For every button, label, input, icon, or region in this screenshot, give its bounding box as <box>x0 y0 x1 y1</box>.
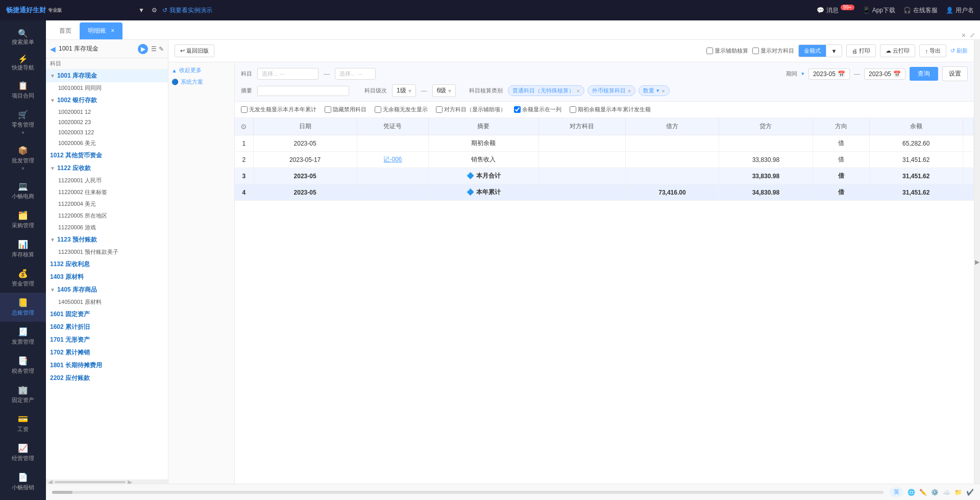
bottom-icon-2[interactable]: ✏️ <box>919 489 927 496</box>
tree-item-1601[interactable]: 1601 固定资产 <box>46 308 168 321</box>
tree-scroll-thumb[interactable] <box>55 481 126 483</box>
show-opposite-checkbox[interactable]: 显示对方科目 <box>752 47 794 55</box>
calc-tag-ordinary-close[interactable]: × <box>576 88 579 94</box>
sidebar-item-retail[interactable]: 🛒 零售管理 ▼ <box>0 105 46 140</box>
period-dropdown[interactable]: ▾ <box>801 70 804 77</box>
tree-item-14050001[interactable]: 14050001 原材料 <box>46 296 168 308</box>
bottom-icon-4[interactable]: ☁️ <box>943 489 950 496</box>
window-expand-btn[interactable]: ⤢ <box>970 32 975 39</box>
period-from-input[interactable]: 2023-05 📅 <box>808 68 850 80</box>
sidebar-item-ecommerce[interactable]: 💻 小畅电商 <box>0 176 46 205</box>
user-avatar[interactable]: 👤 用户名 <box>946 6 974 15</box>
settings-icon[interactable]: ⚙ <box>152 7 157 14</box>
row-voucher-2[interactable]: 记-006 <box>357 152 429 168</box>
tree-item-11220002[interactable]: 11220002 往来标签 <box>46 186 168 198</box>
title-dropdown[interactable]: ▼ <box>138 7 144 14</box>
tree-item-2202[interactable]: 2202 应付账款 <box>46 372 168 385</box>
sidebar-item-search[interactable]: 🔍 搜索菜单 <box>0 25 46 50</box>
tree-item-1002[interactable]: ▼ 1002 银行存款 <box>46 94 168 107</box>
tree-item-1405[interactable]: ▼ 1405 库存商品 <box>46 283 168 296</box>
bottom-icon-1[interactable]: 🌐 <box>908 489 915 496</box>
cb-balance-col-input[interactable] <box>514 106 521 113</box>
setting-btn[interactable]: 设置 <box>942 66 968 81</box>
sidebar-item-salary[interactable]: 💳 工资 <box>0 409 46 438</box>
level-from-select[interactable]: 1级 ▾ <box>392 84 416 97</box>
cb-no-balance[interactable]: 无发生额显示本月本年累计 <box>241 106 316 113</box>
cb-opposite-input[interactable] <box>436 106 443 113</box>
sidebar-item-ledger[interactable]: 📒 总账管理 <box>0 293 46 322</box>
collapse-btn[interactable]: ▲ 收起更多 <box>172 66 231 74</box>
bottom-scrollbar[interactable] <box>52 491 884 494</box>
calc-tag-foreign[interactable]: 外币核算科目 × <box>587 85 635 96</box>
cb-opposite[interactable]: 对方科目（显示辅助项） <box>436 106 506 113</box>
bottom-icon-3[interactable]: ⚙️ <box>931 489 939 496</box>
tab-home[interactable]: 首页 <box>51 22 80 39</box>
tree-item-10020002[interactable]: 10020002 23 <box>46 117 168 127</box>
tree-item-1132[interactable]: 1132 应收利息 <box>46 258 168 271</box>
title-input[interactable] <box>67 7 133 14</box>
cb-no-balance2-input[interactable] <box>375 106 381 113</box>
cb-hide-disabled[interactable]: 隐藏禁用科目 <box>325 106 366 113</box>
calc-tag-foreign-close[interactable]: × <box>628 88 631 94</box>
tree-item-11220006[interactable]: 11220006 游戏 <box>46 222 168 233</box>
level-to-select[interactable]: 6级 ▾ <box>432 84 456 97</box>
cb-initial-input[interactable] <box>570 106 576 113</box>
cb-balance-col[interactable]: 余额显示在一列 <box>514 106 561 113</box>
calc-tag-quantity[interactable]: 数量 ▾ × <box>639 85 669 96</box>
tree-item-10020003[interactable]: 10020003 122 <box>46 127 168 137</box>
sidebar-item-purchase[interactable]: 🗂️ 采购管理 <box>0 205 46 234</box>
cb-initial[interactable]: 期初余额显示本年累计发生额 <box>570 106 651 113</box>
cb-no-balance-input[interactable] <box>241 106 248 113</box>
calc-tag-quantity-close[interactable]: × <box>662 88 665 94</box>
tree-item-1801[interactable]: 1801 长期待摊费用 <box>46 359 168 372</box>
sidebar-item-capital[interactable]: 💰 资金管理 <box>0 264 46 293</box>
export-btn[interactable]: ↑ 导出 <box>919 44 946 57</box>
sidebar-item-quick-nav[interactable]: ⚡ 快捷导航 <box>0 50 46 76</box>
query-btn[interactable]: 查询 <box>910 67 938 81</box>
sidebar-item-xiao-sales[interactable]: 📄 小畅报销 <box>0 467 46 496</box>
tree-scrollbar[interactable]: ◀ ▶ <box>46 480 168 484</box>
tree-nav-btn[interactable]: ▶ <box>138 44 148 54</box>
format-dropdown-btn[interactable]: ▼ <box>826 46 842 56</box>
tree-item-1012[interactable]: 1012 其他货币资金 <box>46 149 168 162</box>
tree-add-icon[interactable]: ✎ <box>159 45 164 53</box>
cb-no-balance2[interactable]: 无余额无发生显示 <box>375 106 428 113</box>
tree-item-11230001[interactable]: 11230001 预付账款美子 <box>46 246 168 258</box>
tree-item-1122[interactable]: ▼ 1122 应收款 <box>46 162 168 175</box>
tree-item-1403[interactable]: 1403 原材料 <box>46 271 168 283</box>
right-handle[interactable]: ▶ <box>974 40 980 484</box>
demo-link[interactable]: ↺ 我要看实例演示 <box>162 6 212 15</box>
bottom-scroll-thumb[interactable] <box>52 491 72 494</box>
tree-item-1701[interactable]: 1701 无形资产 <box>46 334 168 346</box>
back-old-version-btn[interactable]: ↩ 返回旧版 <box>175 44 214 57</box>
refresh-btn[interactable]: ↺ 刷新 <box>950 47 968 55</box>
tree-item-11220001[interactable]: 11220001 人民币 <box>46 175 168 186</box>
tree-item-11220005[interactable]: 11220005 所在地区 <box>46 210 168 222</box>
calc-tag-ordinary[interactable]: 普通科目（无特殊核算） × <box>508 85 584 96</box>
cb-hide-disabled-input[interactable] <box>325 106 331 113</box>
scheme-item[interactable]: 🔵 系统方案 <box>172 78 231 86</box>
print-btn[interactable]: 🖨 打印 <box>846 44 876 57</box>
summary-input[interactable] <box>257 86 349 96</box>
show-aux-input[interactable] <box>706 47 713 54</box>
tree-item-1702[interactable]: 1702 累计摊销 <box>46 346 168 359</box>
online-service-btn[interactable]: 🎧 在线客服 <box>903 6 938 15</box>
app-download-btn[interactable]: 📱 App下载 <box>863 6 895 15</box>
scroll-left-icon[interactable]: ◀ <box>48 479 53 484</box>
bottom-icon-6[interactable]: ✔️ <box>966 489 974 496</box>
sidebar-item-project[interactable]: 📋 项目合同 <box>0 76 46 105</box>
tab-detail[interactable]: 明细账 × <box>80 22 122 39</box>
tree-list-icon[interactable]: ☰ <box>151 45 157 53</box>
tree-item-10020001[interactable]: 10020001 12 <box>46 107 168 117</box>
sidebar-item-invoice[interactable]: 🧾 发票管理 <box>0 322 46 351</box>
tree-item-1001[interactable]: ▼ 1001 库存现金 <box>46 69 168 82</box>
sidebar-item-fixed-assets[interactable]: 🏢 固定资产 <box>0 380 46 409</box>
table-settings-icon[interactable]: ⚙ <box>240 123 247 131</box>
show-aux-checkbox[interactable]: 显示辅助核算 <box>706 47 748 55</box>
sidebar-item-stock[interactable]: 📊 库存核算 <box>0 234 46 264</box>
bottom-icon-5[interactable]: 📁 <box>954 489 962 496</box>
sidebar-item-wholesale[interactable]: 📦 批发管理 ▼ <box>0 140 46 176</box>
window-close-btn[interactable]: × <box>962 31 966 39</box>
tree-item-1602[interactable]: 1602 累计折旧 <box>46 321 168 334</box>
cloud-print-btn[interactable]: ☁ 云打印 <box>880 44 915 57</box>
